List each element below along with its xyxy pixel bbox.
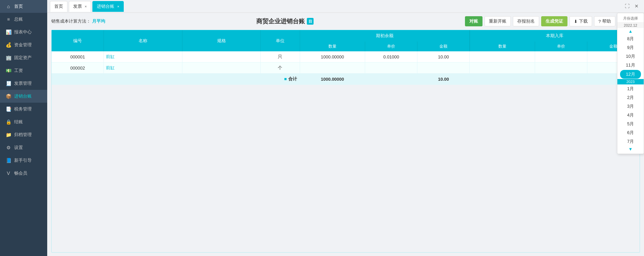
sidebar-item-funds[interactable]: 💰 资金管理 bbox=[0, 39, 47, 51]
sidebar-item-archive[interactable]: 📁 归档管理 bbox=[0, 128, 47, 141]
guide-icon: 📘 bbox=[5, 158, 11, 163]
cell-inbound-price bbox=[535, 51, 587, 62]
cost-method-label: 销售成本计算方法： bbox=[51, 19, 91, 24]
total-row: ■合计 1000.00000 10.00 bbox=[52, 74, 640, 85]
maximize-button[interactable]: ⛶ bbox=[624, 3, 631, 9]
month-up-nav[interactable]: ▲ bbox=[617, 30, 640, 34]
total-label: ■合计 bbox=[52, 74, 300, 85]
sidebar-item-label: 进销台账 bbox=[14, 93, 32, 99]
stock-table: 编号 名称 规格 单位 期初余额 本期入库 数量 单价 金额 数量 bbox=[52, 30, 640, 85]
cell-inbound-qty bbox=[470, 62, 535, 74]
sidebar-item-assets[interactable]: 🏢 固定资产 bbox=[0, 51, 47, 64]
tab-stock-ledger-label: 进销台账 bbox=[97, 3, 114, 9]
col-opening-balance: 期初余额 bbox=[300, 30, 470, 42]
month-7[interactable]: 7月 bbox=[617, 137, 640, 146]
month-panel: 月份选择 2022.12 ▲ 8月 9月 10月 11月 12月 2023 1月… bbox=[617, 30, 640, 154]
page-title-area: 商贸企业进销台账 目 bbox=[105, 17, 465, 25]
cell-opening-price bbox=[365, 62, 417, 74]
month-6[interactable]: 6月 bbox=[617, 128, 640, 137]
cell-opening-qty: 1000.00000 bbox=[300, 51, 365, 62]
col-opening-price: 单价 bbox=[365, 42, 417, 51]
tab-invoice[interactable]: 发票 × bbox=[69, 1, 91, 12]
cost-method-value: 月平均 bbox=[92, 19, 105, 24]
help-label: 帮助 bbox=[602, 18, 611, 24]
sidebar-item-invoice-mgmt[interactable]: 🧾 发票管理 bbox=[0, 77, 47, 90]
cost-method: 销售成本计算方法： 月平均 bbox=[51, 18, 105, 24]
page-title-icon[interactable]: 目 bbox=[307, 18, 314, 25]
sidebar-item-label: 税务管理 bbox=[14, 106, 32, 112]
tab-stock-ledger[interactable]: 进销台账 × bbox=[92, 1, 123, 12]
sidebar-item-guide[interactable]: 📘 新手引导 bbox=[0, 154, 47, 167]
download-icon: ⬇ bbox=[574, 19, 578, 24]
month-3[interactable]: 3月 bbox=[617, 102, 640, 111]
sidebar-item-reports[interactable]: 📊 报表中心 bbox=[0, 26, 47, 39]
table-row: 000001 前缸 只 1000.00000 0.01000 10.00 bbox=[52, 51, 640, 62]
main-area: 首页 发票 × 进销台账 × 销售成本计算方法： 月平均 商贸企业进销台账 目 … bbox=[47, 0, 644, 256]
cell-opening-amount: 10.00 bbox=[417, 51, 470, 62]
funds-icon: 💰 bbox=[5, 42, 11, 48]
tab-stock-ledger-close[interactable]: × bbox=[117, 4, 119, 8]
reopen-button[interactable]: 重新开账 bbox=[485, 16, 511, 26]
total-inbound-price bbox=[535, 74, 587, 85]
sidebar-item-tax[interactable]: 📑 税务管理 bbox=[0, 103, 47, 116]
sidebar-item-label: 首页 bbox=[14, 3, 23, 9]
sidebar-item-label: 固定资产 bbox=[14, 55, 32, 61]
table-wrapper: 编号 名称 规格 单位 期初余额 本期入库 数量 单价 金额 数量 bbox=[51, 30, 640, 253]
content-area: 销售成本计算方法： 月平均 商贸企业进销台账 目 对账 重新开账 存报别名 生成… bbox=[47, 13, 644, 256]
sidebar-item-label: 发票管理 bbox=[14, 80, 32, 86]
sidebar-item-stock-ledger[interactable]: 📦 进销台账 bbox=[0, 90, 47, 103]
month-10[interactable]: 10月 bbox=[617, 52, 640, 61]
month-5[interactable]: 5月 bbox=[617, 120, 640, 128]
tab-home[interactable]: 首页 bbox=[50, 1, 67, 12]
sidebar-item-label: 总账 bbox=[14, 16, 23, 22]
sidebar-item-label: 报表中心 bbox=[14, 29, 32, 35]
month-1[interactable]: 1月 bbox=[617, 84, 640, 93]
cell-opening-qty bbox=[300, 62, 365, 74]
cell-name: 前缸 bbox=[104, 51, 182, 62]
month-8[interactable]: 8月 bbox=[617, 34, 640, 43]
month-4[interactable]: 4月 bbox=[617, 111, 640, 120]
sidebar-item-ledger[interactable]: ≡ 总账 bbox=[0, 13, 47, 26]
sidebar-item-home[interactable]: ⌂ 首页 bbox=[0, 0, 47, 13]
sidebar-item-close-account[interactable]: 🔒 结账 bbox=[0, 116, 47, 128]
reconcile-button[interactable]: 对账 bbox=[465, 16, 482, 26]
sidebar-item-salary[interactable]: 💵 工资 bbox=[0, 64, 47, 77]
cell-code: 000001 bbox=[52, 51, 104, 62]
total-inbound-qty bbox=[470, 74, 535, 85]
sidebar-item-member[interactable]: V 畅会员 bbox=[0, 167, 47, 180]
invoice-mgmt-icon: 🧾 bbox=[5, 81, 11, 86]
tab-invoice-close[interactable]: × bbox=[85, 4, 87, 8]
assets-icon: 🏢 bbox=[5, 55, 11, 60]
month-9[interactable]: 9月 bbox=[617, 43, 640, 52]
col-opening-qty: 数量 bbox=[300, 42, 365, 51]
sidebar-item-label: 畅会员 bbox=[14, 170, 27, 176]
reports-icon: 📊 bbox=[5, 29, 11, 35]
cell-name: 前缸 bbox=[104, 62, 182, 74]
total-opening-price bbox=[365, 74, 417, 85]
help-button[interactable]: ? 帮助 bbox=[594, 16, 615, 26]
col-inbound-price: 单价 bbox=[535, 42, 587, 51]
month-11[interactable]: 11月 bbox=[617, 61, 640, 70]
month-down-nav[interactable]: ▼ bbox=[617, 146, 640, 152]
ledger-icon: ≡ bbox=[5, 17, 11, 22]
download-button[interactable]: ⬇ 下载 bbox=[569, 16, 592, 26]
month-2[interactable]: 2月 bbox=[617, 93, 640, 102]
close-button[interactable]: ✕ bbox=[633, 3, 640, 9]
month-year-2023-label: 2023 bbox=[617, 79, 640, 84]
archive-icon: 📁 bbox=[5, 132, 11, 137]
salary-icon: 💵 bbox=[5, 68, 11, 73]
page-header: 销售成本计算方法： 月平均 商贸企业进销台账 目 对账 重新开账 存报别名 生成… bbox=[51, 16, 640, 26]
col-inbound-qty: 数量 bbox=[470, 42, 535, 51]
generate-button[interactable]: 生成凭证 bbox=[541, 16, 567, 26]
tab-invoice-label: 发票 bbox=[73, 3, 82, 9]
page-title: 商贸企业进销台账 bbox=[256, 17, 305, 25]
month-12[interactable]: 12月 bbox=[620, 70, 640, 79]
sidebar-item-settings[interactable]: ⚙ 设置 bbox=[0, 141, 47, 154]
tab-bar: 首页 发票 × 进销台账 × bbox=[47, 0, 644, 13]
col-opening-amount: 金额 bbox=[417, 42, 470, 51]
cell-inbound-qty bbox=[470, 51, 535, 62]
col-unit: 单位 bbox=[261, 30, 300, 51]
home-icon: ⌂ bbox=[5, 4, 11, 9]
saveas-button[interactable]: 存报别名 bbox=[513, 16, 539, 26]
gear-icon: ⚙ bbox=[5, 145, 11, 150]
